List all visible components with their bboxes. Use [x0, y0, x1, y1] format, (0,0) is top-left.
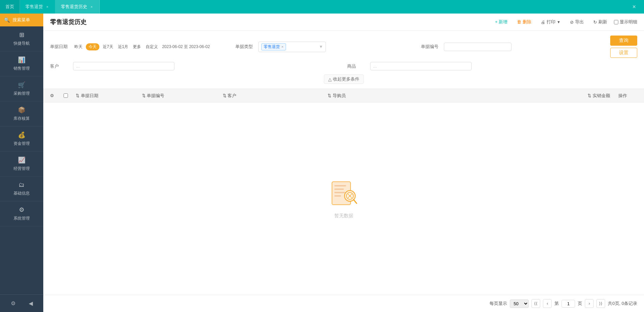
page-label: 第 — [554, 300, 559, 307]
sidebar-item-operations[interactable]: 📈 经营管理 — [0, 152, 43, 177]
new-button[interactable]: + 新增 — [492, 18, 510, 26]
export-icon: ⊘ — [570, 20, 574, 25]
export-button[interactable]: ⊘ 导出 — [567, 18, 587, 26]
tab-retail-return-history[interactable]: 零售退货历史 × — [55, 0, 100, 14]
tab-retail-return-history-close[interactable]: × — [89, 4, 94, 9]
print-button[interactable]: 🖨 打印 ▼ — [538, 18, 563, 26]
refresh-button[interactable]: ↻ 刷新 — [591, 18, 610, 26]
svg-rect-1 — [334, 185, 346, 186]
first-page-button[interactable]: ⟨⟨ — [531, 299, 540, 308]
next-page-button[interactable]: › — [585, 299, 594, 308]
sidebar-item-basic-info-label: 基础信息 — [14, 191, 30, 196]
col-bill-no-label: ⇅ 单据编号 — [142, 93, 165, 99]
bill-no-input[interactable] — [444, 43, 511, 51]
tab-bar: 首页 零售退货 × 零售退货历史 × — [0, 0, 629, 14]
date-range-text: 2023-06-02 至 2023-06-02 — [162, 44, 210, 50]
show-detail-label: 显示明细 — [620, 19, 637, 25]
pagination: 每页显示 50 10 20 100 ⟨⟨ ‹ 第 页 › ⟩⟩ 共0页, 0条记… — [43, 295, 644, 312]
sidebar-item-system-mgmt[interactable]: ⚙ 系统管理 — [0, 201, 43, 226]
refresh-icon: ↻ — [593, 20, 597, 25]
date-more-btn[interactable]: 更多 — [132, 43, 142, 50]
date-today-btn[interactable]: 今天 — [86, 43, 99, 50]
refresh-label: 刷新 — [598, 19, 607, 25]
sidebar-item-inventory-label: 库存核算 — [14, 116, 30, 121]
col-action-label: 操作 — [618, 93, 627, 99]
last-page-button[interactable]: ⟩⟩ — [596, 299, 605, 308]
export-label: 导出 — [575, 19, 584, 25]
inventory-icon: 📦 — [18, 106, 25, 114]
collapse-sidebar-icon[interactable]: ◀ — [27, 299, 34, 308]
operations-icon: 📈 — [18, 156, 25, 164]
col-header-customer[interactable]: ⇅ 客户 — [219, 90, 324, 102]
total-text: 共0页, 0条记录 — [608, 300, 637, 307]
page-number-input[interactable] — [562, 300, 575, 308]
goods-ellipsis: ... — [373, 64, 377, 69]
col-guide-label: ⇅ 导购员 — [328, 93, 346, 99]
collapse-label: 收起更多条件 — [333, 76, 359, 82]
print-icon: 🖨 — [541, 20, 545, 25]
show-detail-checkbox[interactable] — [614, 20, 618, 24]
tab-retail-return[interactable]: 零售退货 × — [20, 0, 55, 14]
tab-home[interactable]: 首页 — [0, 0, 20, 14]
col-header-checkbox[interactable] — [59, 91, 72, 101]
date-range-group: 昨天 今天 近7天 近1月 更多 自定义 — [73, 43, 159, 50]
date-custom-btn[interactable]: 自定义 — [144, 43, 159, 50]
system-mgmt-icon: ⚙ — [19, 206, 24, 214]
delete-button[interactable]: 🗑 删除 — [514, 18, 534, 26]
sidebar-item-purchase-mgmt[interactable]: 🛒 采购管理 — [0, 76, 43, 102]
col-date-label: ⇅ 单据日期 — [76, 93, 98, 99]
per-page-label: 每页显示 — [490, 300, 507, 307]
date-filter-label: 单据日期 — [50, 44, 70, 50]
col-header-settings[interactable]: ⚙ — [46, 90, 59, 101]
date-yesterday-btn[interactable]: 昨天 — [73, 43, 84, 50]
filter-row-2: 客户 ... 商品 ... — [50, 62, 637, 70]
sidebar-item-sales-mgmt[interactable]: 📊 销售管理 — [0, 51, 43, 76]
settings-bottom-icon[interactable]: ⚙ — [9, 299, 17, 308]
svg-rect-4 — [334, 195, 341, 197]
filter-goods: 商品 ... — [347, 62, 638, 70]
content-area: 零售退货历史 + 新增 🗑 删除 🖨 打印 ▼ ⊘ 导出 ↻ 刷新 — [43, 14, 644, 312]
bill-type-tag-remove[interactable]: × — [281, 45, 283, 49]
close-window-button[interactable]: × — [629, 2, 639, 12]
date-last7-btn[interactable]: 近7天 — [101, 43, 115, 50]
sidebar-search-label: 搜索菜单 — [13, 17, 30, 23]
filter-customer: 客户 ... — [50, 62, 340, 70]
col-header-guide[interactable]: ⇅ 导购员 — [324, 90, 404, 102]
search-icon: 🔍 — [4, 17, 10, 23]
col-header-bill-no[interactable]: ⇅ 单据编号 — [138, 90, 219, 102]
customer-select[interactable]: ... — [73, 62, 174, 70]
prev-page-button[interactable]: ‹ — [543, 299, 552, 308]
col-header-amount[interactable]: ⇅ 实销金额 — [558, 90, 614, 102]
empty-state: 暂无数据 — [43, 103, 644, 295]
show-detail-checkbox-label[interactable]: 显示明细 — [614, 19, 637, 25]
sidebar: 🔍 搜索菜单 ⊞ 快捷导航 📊 销售管理 🛒 采购管理 📦 库存核算 💰 资金管… — [0, 14, 43, 312]
tab-retail-return-history-label: 零售退货历史 — [61, 4, 87, 10]
filter-date: 单据日期 昨天 今天 近7天 近1月 更多 自定义 2023-06-02 至 2… — [50, 43, 229, 50]
empty-illustration — [327, 178, 361, 209]
per-page-select[interactable]: 50 10 20 100 — [510, 299, 529, 308]
set-button[interactable]: 设置 — [610, 48, 637, 58]
tab-home-label: 首页 — [5, 4, 14, 10]
tab-retail-return-close[interactable]: × — [45, 4, 50, 9]
query-button[interactable]: 查询 — [610, 36, 637, 46]
table-header: ⚙ ⇅ 单据日期 ⇅ 单据编号 ⇅ 客户 ⇅ 导购员 — [43, 89, 644, 103]
col-customer-label: ⇅ 客户 — [223, 93, 237, 99]
sidebar-item-quick-nav[interactable]: ⊞ 快捷导航 — [0, 26, 43, 51]
collapse-button[interactable]: △ 收起更多条件 — [324, 74, 364, 84]
sidebar-item-sales-mgmt-label: 销售管理 — [14, 66, 30, 71]
sidebar-item-basic-info[interactable]: 🗂 基础信息 — [0, 177, 43, 201]
sidebar-item-finance[interactable]: 💰 资金管理 — [0, 127, 43, 152]
col-header-date[interactable]: ⇅ 单据日期 — [72, 90, 138, 102]
svg-line-7 — [354, 200, 357, 203]
bill-type-label: 单据类型 — [235, 44, 256, 50]
svg-rect-3 — [334, 192, 345, 193]
svg-rect-2 — [334, 188, 344, 190]
select-all-checkbox[interactable] — [64, 93, 68, 98]
goods-select[interactable]: ... — [370, 62, 472, 70]
empty-text: 暂无数据 — [334, 213, 353, 219]
date-last1m-btn[interactable]: 近1月 — [117, 43, 130, 50]
sidebar-item-inventory[interactable]: 📦 库存核算 — [0, 102, 43, 127]
bill-type-select[interactable]: 零售退货 × ▼ — [258, 42, 326, 52]
sidebar-search[interactable]: 🔍 搜索菜单 — [0, 14, 43, 26]
bill-no-label: 单据编号 — [421, 44, 441, 50]
